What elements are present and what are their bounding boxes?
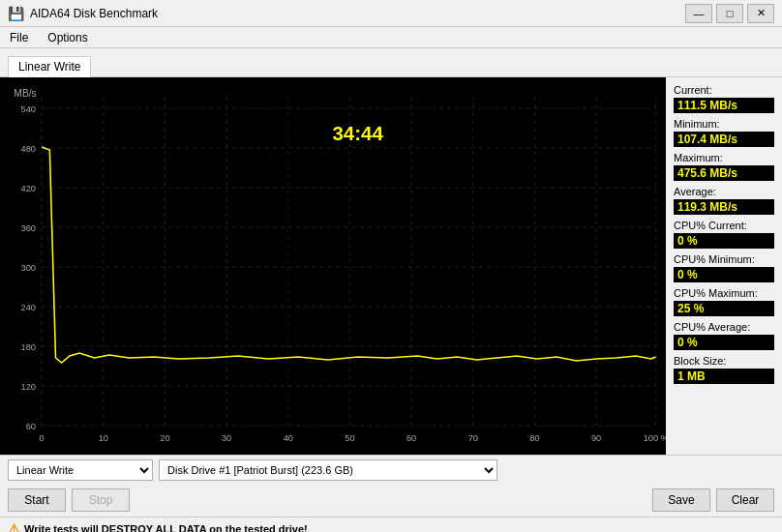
svg-text:70: 70 xyxy=(468,433,478,443)
cpu-maximum-label: CPU% Maximum: xyxy=(674,287,774,299)
svg-text:540: 540 xyxy=(21,104,36,114)
timer-display: 34:44 xyxy=(332,123,383,144)
block-size-value: 1 MB xyxy=(674,369,774,384)
menu-file[interactable]: File xyxy=(4,29,34,46)
cpu-current-label: CPU% Current: xyxy=(674,220,774,231)
menu-options[interactable]: Options xyxy=(42,29,93,46)
block-size-label: Block Size: xyxy=(674,355,774,367)
warning-icon: ⚠ xyxy=(8,521,20,533)
svg-text:60: 60 xyxy=(406,433,416,443)
svg-text:30: 30 xyxy=(222,433,231,443)
svg-text:180: 180 xyxy=(21,342,36,352)
app-icon: 💾 xyxy=(8,6,24,21)
window-title: AIDA64 Disk Benchmark xyxy=(30,7,158,20)
svg-text:50: 50 xyxy=(345,433,354,443)
save-button[interactable]: Save xyxy=(652,488,710,512)
svg-text:80: 80 xyxy=(529,433,539,443)
svg-text:0: 0 xyxy=(40,433,45,443)
start-button[interactable]: Start xyxy=(8,488,66,512)
cpu-minimum-label: CPU% Minimum: xyxy=(674,253,774,265)
test-type-wrapper: Linear Write Linear Read Random Write Ra… xyxy=(8,459,153,481)
svg-text:240: 240 xyxy=(21,303,36,312)
svg-text:40: 40 xyxy=(284,433,293,443)
cpu-maximum-value: 25 % xyxy=(674,301,774,316)
svg-text:10: 10 xyxy=(99,433,108,443)
tab-linear-write[interactable]: Linear Write xyxy=(8,56,91,77)
clear-button[interactable]: Clear xyxy=(716,488,774,512)
y-axis-label: MB/s xyxy=(14,88,36,99)
menu-bar: File Options xyxy=(0,27,782,48)
average-label: Average: xyxy=(674,186,774,197)
warning-text: Write tests will DESTROY ALL DATA on the… xyxy=(24,523,308,533)
current-value: 111.5 MB/s xyxy=(674,98,774,113)
svg-text:300: 300 xyxy=(21,263,36,273)
svg-text:360: 360 xyxy=(21,223,36,233)
tab-bar: Linear Write xyxy=(0,48,782,77)
cpu-average-value: 0 % xyxy=(674,335,774,350)
svg-text:90: 90 xyxy=(591,433,601,443)
title-bar-left: 💾 AIDA64 Disk Benchmark xyxy=(8,6,158,21)
chart-svg: MB/s 540 xyxy=(0,77,666,455)
title-bar-controls: — □ ✕ xyxy=(685,4,774,23)
minimize-button[interactable]: — xyxy=(685,4,712,23)
drive-select[interactable]: Disk Drive #1 [Patriot Burst] (223.6 GB) xyxy=(159,459,497,481)
warning-bar: ⚠ Write tests will DESTROY ALL DATA on t… xyxy=(0,517,782,532)
minimum-value: 107.4 MB/s xyxy=(674,132,774,147)
svg-text:480: 480 xyxy=(21,144,36,154)
svg-text:120: 120 xyxy=(21,382,36,392)
bottom-controls: Linear Write Linear Read Random Write Ra… xyxy=(0,455,782,484)
cpu-current-value: 0 % xyxy=(674,233,774,249)
svg-text:100 %: 100 % xyxy=(644,433,666,443)
average-value: 119.3 MB/s xyxy=(674,199,774,215)
close-button[interactable]: ✕ xyxy=(747,4,774,23)
main-content: MB/s 540 xyxy=(0,77,782,455)
maximum-value: 475.6 MB/s xyxy=(674,165,774,181)
maximum-label: Maximum: xyxy=(674,152,774,163)
minimum-label: Minimum: xyxy=(674,118,774,130)
svg-text:60: 60 xyxy=(26,422,36,431)
cpu-average-label: CPU% Average: xyxy=(674,321,774,333)
stop-button[interactable]: Stop xyxy=(72,488,130,512)
chart-area: MB/s 540 xyxy=(0,77,666,455)
svg-text:20: 20 xyxy=(160,433,169,443)
right-panel: Current: 111.5 MB/s Minimum: 107.4 MB/s … xyxy=(666,77,782,455)
action-row: Start Stop Save Clear xyxy=(0,484,782,517)
current-label: Current: xyxy=(674,84,774,96)
maximize-button[interactable]: □ xyxy=(716,4,743,23)
drive-select-wrapper: Disk Drive #1 [Patriot Burst] (223.6 GB) xyxy=(159,459,497,481)
cpu-minimum-value: 0 % xyxy=(674,267,774,282)
svg-text:420: 420 xyxy=(21,184,36,193)
test-type-select[interactable]: Linear Write Linear Read Random Write Ra… xyxy=(8,459,153,481)
title-bar: 💾 AIDA64 Disk Benchmark — □ ✕ xyxy=(0,0,782,27)
